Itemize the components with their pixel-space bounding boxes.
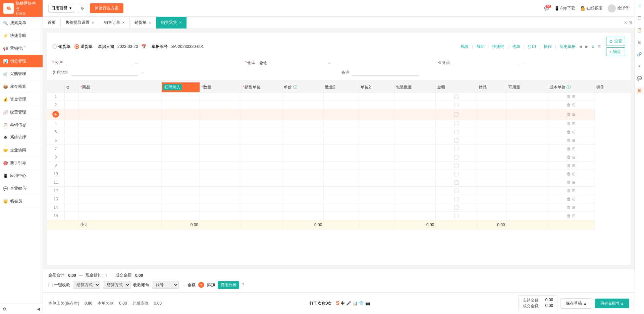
right-icon-2[interactable]: ☰ — [636, 15, 643, 21]
sidebar-collapse-icon[interactable]: ◀ — [37, 307, 40, 311]
copy-row-4[interactable]: ⊞ — [572, 121, 576, 126]
delete-row-13[interactable]: 🗑 — [567, 197, 571, 201]
save-draft-btn[interactable]: 保存草稿 ▲ — [560, 298, 592, 309]
sidebar-item-wechat[interactable]: 💬 企业微信 — [0, 182, 43, 195]
message-badge[interactable]: 💬 70 — [544, 6, 549, 11]
warehouse-input[interactable] — [258, 60, 325, 66]
delete-row-4[interactable]: 🗑 — [567, 121, 571, 126]
industry-selector[interactable]: 日用百货 ▼ — [48, 4, 75, 13]
radio-sale[interactable]: 销货单 — [52, 44, 70, 50]
doc-action-select[interactable]: 选单 — [512, 44, 520, 50]
sidebar-settings-icon[interactable]: ⚙ — [3, 307, 6, 311]
sidebar-item-basic[interactable]: 📋 基础信息 — [0, 119, 43, 131]
view-list-icon[interactable]: ≡ — [592, 44, 594, 49]
right-icon-6[interactable]: ★ — [636, 63, 643, 70]
doc-action-video[interactable]: 视频 — [461, 44, 469, 50]
fee-info-icon[interactable]: ? — [242, 282, 244, 287]
address-dots[interactable]: ··· — [141, 70, 144, 75]
fee-split-btn[interactable]: 费用分摊 — [218, 281, 239, 289]
sidebar-item-enterprise[interactable]: 🤝 企业协同 — [0, 144, 43, 157]
gift-checkbox-5[interactable] — [454, 130, 459, 134]
tab-home[interactable]: 首页 — [43, 17, 61, 28]
tab-sale-price[interactable]: 售价提取设置✕ — [61, 17, 99, 28]
footer-icon-5[interactable]: 👕 — [359, 301, 364, 306]
right-icon-7[interactable]: 💬 — [636, 75, 643, 82]
right-icon-4[interactable]: ⊞ — [636, 39, 643, 46]
delete-row-5[interactable]: 🗑 — [567, 130, 571, 134]
view-grid-icon[interactable]: ⊞ — [597, 44, 601, 49]
footer-icon-1[interactable]: S — [336, 300, 339, 306]
col-settings[interactable]: ⚙ — [65, 82, 79, 92]
gift-checkbox-2[interactable] — [454, 103, 459, 107]
account-select[interactable]: 账号 — [152, 281, 179, 289]
doc-action-shortcut[interactable]: 快捷键 — [492, 44, 504, 50]
calendar-icon[interactable]: 📅 — [141, 44, 146, 49]
sidebar-item-purchase[interactable]: 🛒 采购管理 — [0, 68, 43, 80]
delete-row-10[interactable]: 🗑 — [567, 172, 571, 176]
footer-icon-3[interactable]: 🎤 — [346, 301, 351, 306]
address-input[interactable] — [71, 69, 138, 76]
tab-close-sale-return[interactable]: ✕ — [179, 21, 182, 24]
copy-row-5[interactable]: ⊞ — [572, 130, 576, 134]
delete-row-14[interactable]: 🗑 — [567, 205, 571, 210]
gift-checkbox-13[interactable] — [454, 197, 459, 201]
topbar-settings-btn[interactable]: ⚙ — [78, 4, 87, 13]
copy-row-6[interactable]: ⊞ — [572, 138, 576, 143]
tab-sale-order[interactable]: 销售订单✕ — [99, 17, 130, 28]
sidebar-item-search[interactable]: 🔍 搜索菜单 — [0, 17, 43, 29]
warehouse-dots[interactable]: ··· — [328, 61, 331, 65]
gift-checkbox-12[interactable] — [454, 189, 459, 193]
copy-row-14[interactable]: ⊞ — [572, 205, 576, 210]
app-download-link[interactable]: 📱 App下载 — [554, 5, 575, 11]
tab-close-sale-order[interactable]: ✕ — [122, 21, 125, 24]
gift-checkbox-14[interactable] — [454, 205, 459, 210]
delete-row-7[interactable]: 🗑 — [567, 146, 571, 151]
delete-row-6[interactable]: 🗑 — [567, 138, 571, 143]
footer-icon-2[interactable]: 中 — [341, 301, 345, 306]
customer-input[interactable] — [65, 60, 132, 66]
doc-action-history[interactable]: 历史单据 — [559, 44, 576, 50]
copy-row-13[interactable]: ⊞ — [572, 197, 576, 201]
save-new-btn[interactable]: 保存&新增 ▲ — [595, 299, 629, 308]
copy-row-11[interactable]: ⊞ — [572, 180, 576, 185]
sidebar-item-operations[interactable]: 📈 经营管理 — [0, 106, 43, 119]
delete-row-8[interactable]: 🗑 — [567, 155, 571, 160]
doc-action-print[interactable]: 打印 — [528, 44, 536, 50]
copy-row-1[interactable]: ⊞ — [572, 94, 576, 99]
salesperson-input[interactable] — [452, 60, 520, 66]
customer-dots[interactable]: ··· — [135, 61, 139, 65]
user-menu[interactable]: 徐泽华 — [608, 4, 629, 12]
footer-icon-6[interactable]: 📷 — [365, 301, 370, 306]
gift-checkbox-8[interactable] — [454, 155, 459, 160]
sidebar-item-shortcut[interactable]: ⚡ 快捷导航 — [0, 29, 43, 42]
delete-row-11[interactable]: 🗑 — [567, 180, 571, 185]
copy-row-12[interactable]: ⊞ — [572, 188, 576, 193]
delete-row-15[interactable]: 🗑 — [567, 213, 571, 218]
sidebar-item-newbie[interactable]: 🎯 新手引导 — [0, 157, 43, 170]
tab-sale-return[interactable]: 销货退货✕ — [156, 17, 187, 28]
gift-checkbox-4[interactable] — [454, 122, 459, 126]
gift-checkbox-7[interactable] — [454, 147, 459, 151]
gift-checkbox-1[interactable] — [454, 95, 459, 99]
tab-close-sale-price[interactable]: ✕ — [92, 21, 94, 24]
gift-checkbox-11[interactable] — [454, 180, 459, 185]
gift-checkbox-3[interactable] — [454, 112, 459, 117]
one-click-payment-checkbox[interactable]: 一键收款 — [48, 282, 70, 288]
sidebar-item-system[interactable]: ⚙ 系统管理 — [0, 131, 43, 144]
delete-row-9[interactable]: 🗑 — [567, 163, 571, 168]
summary-method-select[interactable]: 结算方式 — [103, 281, 130, 289]
copy-row-8[interactable]: ⊞ — [572, 155, 576, 160]
delete-row-12[interactable]: 🗑 — [567, 188, 571, 193]
copy-row-15[interactable]: ⊞ — [572, 213, 576, 218]
sidebar-item-finance[interactable]: 💰 资金管理 — [0, 93, 43, 106]
setup-btn[interactable]: ⚙ 设置 — [606, 37, 625, 46]
add-payment-btn[interactable]: + — [198, 282, 204, 288]
customer-service-link[interactable]: 💁 在线客服 — [581, 5, 602, 11]
close-all-tabs-icon[interactable]: ✕ — [624, 20, 627, 25]
discount-info-icon[interactable]: ? — [105, 273, 108, 278]
copy-row-10[interactable]: ⊞ — [572, 172, 576, 176]
right-icon-1[interactable]: ≡ — [636, 3, 643, 9]
calc-method-select[interactable]: 结算方式 — [73, 281, 100, 289]
history-next[interactable]: ▶ — [585, 44, 588, 49]
sidebar-item-inventory[interactable]: 📦 库存核算 — [0, 80, 43, 93]
